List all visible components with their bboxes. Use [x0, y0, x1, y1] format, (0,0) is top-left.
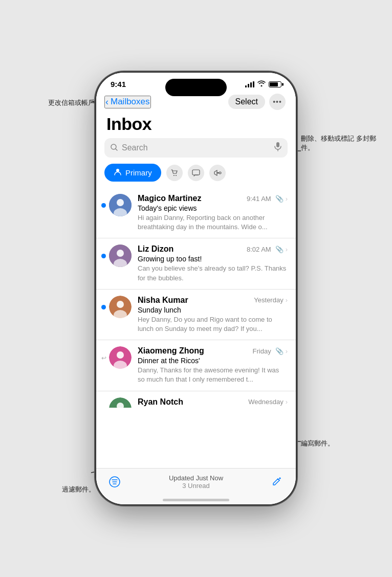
sender-name: Xiaomeng Zhong [138, 346, 204, 356]
attachment-icon: 📎 [275, 347, 284, 355]
email-subject: Growing up too fast! [138, 255, 288, 263]
avatar [109, 346, 132, 369]
unread-indicator [101, 305, 106, 309]
avatar [109, 296, 132, 318]
email-item[interactable]: ↩ Xiaomeng Zhong Friday [96, 340, 296, 391]
email-content: Liz Dizon 8:02 AM 📎 › Growing up too fas… [138, 245, 288, 282]
status-bar: 9:41 [96, 73, 296, 92]
svg-line-35 [278, 479, 279, 480]
email-content: Magico Martinez 9:41 AM 📎 › Today's epic… [138, 194, 288, 232]
back-chevron-icon: ‹ [105, 97, 108, 107]
email-time: Yesterday [254, 296, 283, 304]
more-button[interactable]: ••• [269, 94, 286, 110]
email-preview: Hey Danny, Do you and Rigo want to come … [138, 315, 288, 334]
status-icons [245, 80, 281, 88]
sender-name: Liz Dizon [138, 245, 173, 254]
svg-point-23 [117, 351, 124, 359]
nav-actions: Select ••• [228, 94, 286, 110]
sender-name: Ryan Notch [138, 397, 183, 407]
avatar [109, 245, 132, 267]
updated-label: Updated Just Now [169, 474, 223, 482]
mic-icon [274, 142, 281, 153]
tab-promotions[interactable] [209, 165, 226, 181]
svg-point-10 [176, 175, 177, 176]
tab-shopping[interactable] [166, 165, 183, 181]
compose-button[interactable] [269, 474, 286, 490]
attachment-icon: 📎 [275, 246, 284, 253]
email-time: 9:41 AM [247, 195, 271, 203]
svg-line-5 [116, 149, 117, 150]
email-subject: Dinner at the Ricos' [138, 357, 288, 365]
chevron-icon: › [286, 398, 288, 406]
unread-indicator [101, 203, 106, 208]
battery-icon [269, 81, 281, 87]
dynamic-island [165, 79, 227, 96]
avatar [109, 397, 132, 408]
email-preview: Danny, Thanks for the awesome evening! I… [138, 366, 288, 384]
unread-indicator [101, 254, 106, 258]
chevron-icon: › [286, 347, 288, 355]
svg-point-20 [117, 301, 124, 308]
page-title: Inbox [96, 112, 296, 138]
tab-primary[interactable]: Primary [104, 164, 161, 182]
back-button[interactable]: ‹ Mailboxes [104, 96, 151, 108]
svg-rect-6 [276, 142, 279, 147]
home-indicator [163, 499, 229, 501]
tab-primary-icon [114, 168, 122, 177]
annotation-bottom-left: 過濾郵件。 [50, 485, 95, 494]
svg-point-12 [219, 172, 221, 174]
tab-primary-label: Primary [125, 168, 152, 177]
tab-messages[interactable] [188, 165, 204, 181]
chevron-icon: › [286, 195, 288, 203]
svg-point-17 [117, 250, 124, 257]
filter-button[interactable] [106, 474, 123, 490]
chevron-icon: › [286, 296, 288, 304]
phone-frame: 9:41 [96, 73, 296, 504]
email-item[interactable]: Ryan Notch Wednesday › Out of town Howdy… [96, 391, 296, 408]
svg-point-8 [116, 169, 119, 172]
search-icon [111, 144, 118, 152]
svg-point-14 [117, 199, 124, 206]
email-item[interactable]: Magico Martinez 9:41 AM 📎 › Today's epic… [96, 188, 296, 238]
search-bar[interactable]: Search [104, 138, 288, 158]
email-content: Ryan Notch Wednesday › Out of town Howdy… [138, 397, 288, 408]
sender-name: Nisha Kumar [138, 296, 188, 305]
email-content: Nisha Kumar Yesterday › Sunday lunch Hey… [138, 296, 288, 334]
email-item[interactable]: Nisha Kumar Yesterday › Sunday lunch Hey… [96, 290, 296, 340]
email-subject: Out of town [138, 408, 288, 408]
email-preview: Hi again Danny, Reporting back on anothe… [138, 213, 288, 232]
email-item[interactable]: Liz Dizon 8:02 AM 📎 › Growing up too fas… [96, 238, 296, 289]
chevron-icon: › [286, 246, 288, 253]
svg-rect-11 [192, 170, 200, 175]
attachment-icon: 📎 [275, 195, 284, 203]
reply-indicator: ↩ [101, 354, 106, 362]
email-list: Magico Martinez 9:41 AM 📎 › Today's epic… [96, 188, 296, 408]
email-subject: Sunday lunch [138, 306, 288, 314]
screen: 9:41 [96, 73, 296, 504]
back-label: Mailboxes [111, 97, 150, 107]
email-time: Wednesday [248, 398, 283, 406]
avatar [109, 194, 132, 216]
svg-point-9 [173, 175, 175, 176]
unread-count: 3 Unread [169, 482, 223, 490]
filter-tabs: Primary [96, 164, 296, 188]
signal-icon [245, 81, 254, 87]
sender-name: Magico Martinez [138, 194, 201, 203]
email-time: Friday [253, 347, 271, 355]
email-preview: Can you believe she's already so tall? P… [138, 264, 288, 282]
wifi-icon [257, 80, 266, 88]
annotation-bottom-right: 編寫郵件。 [301, 439, 362, 448]
search-placeholder: Search [122, 143, 270, 152]
select-button[interactable]: Select [228, 95, 265, 109]
email-time: 8:02 AM [247, 246, 271, 253]
status-time: 9:41 [111, 80, 126, 88]
email-content: Xiaomeng Zhong Friday 📎 › Dinner at the … [138, 346, 288, 384]
email-subject: Today's epic views [138, 204, 288, 212]
updated-status: Updated Just Now 3 Unread [169, 474, 223, 490]
annotation-top-right: 刪除、移動或標記 多封郵件。 [301, 134, 385, 152]
